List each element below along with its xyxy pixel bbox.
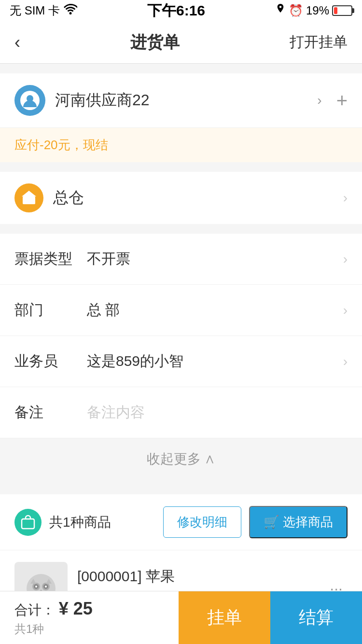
supplier-avatar: [14, 85, 45, 116]
bottom-bar: 合计： ¥ 25 共1种 挂单 结算: [0, 591, 362, 644]
payment-note: 应付-20元，现结: [0, 128, 362, 162]
select-product-icon: 🛒: [264, 515, 279, 530]
open-pending-button[interactable]: 打开挂单: [290, 32, 348, 52]
nav-bar: ‹ 进货单 打开挂单: [0, 21, 362, 64]
product-header: 共1种商品 修改明细 🛒 选择商品: [0, 494, 362, 550]
form-section: 票据类型 不开票 › 部门 总 部 › 业务员 这是859的小智 › 备注 备注…: [0, 234, 362, 438]
location-icon: [275, 4, 286, 17]
supplier-card: 河南供应商22 › + 应付-20元，现结: [0, 73, 362, 162]
section-gap-3: [0, 224, 362, 234]
svg-point-9: [35, 586, 37, 588]
supplier-chevron-icon: ›: [317, 93, 321, 108]
department-value: 总 部: [77, 300, 343, 320]
product-code: [0000001]: [77, 568, 146, 584]
department-label: 部门: [14, 300, 77, 320]
form-row-department[interactable]: 部门 总 部 ›: [0, 285, 362, 336]
product-icon: [14, 509, 42, 536]
total-amount: ¥ 25: [59, 599, 93, 618]
status-bar-left: 无 SIM 卡: [10, 3, 77, 18]
form-row-salesperson[interactable]: 业务员 这是859的小智 ›: [0, 336, 362, 387]
collapse-more[interactable]: 收起更多 ∧: [0, 438, 362, 480]
supplier-avatar-inner: [20, 91, 40, 110]
select-product-button[interactable]: 🛒 选择商品: [249, 506, 348, 538]
salesperson-chevron: ›: [343, 354, 348, 369]
battery-icon: [332, 5, 352, 16]
add-supplier-button[interactable]: +: [336, 90, 348, 112]
warehouse-row[interactable]: 总仓 ›: [0, 172, 362, 224]
checkout-button[interactable]: 结算: [270, 591, 362, 644]
invoice-type-label: 票据类型: [14, 249, 77, 269]
warehouse-card: 总仓 ›: [0, 172, 362, 224]
alarm-icon: ⏰: [289, 4, 303, 17]
salesperson-label: 业务员: [14, 351, 77, 371]
warehouse-icon: [14, 183, 43, 212]
form-row-remark[interactable]: 备注 备注内容: [0, 387, 362, 438]
page-title: 进货单: [130, 31, 180, 54]
status-bar: 无 SIM 卡 下午6:16 ⏰ 19%: [0, 0, 362, 21]
remark-label: 备注: [14, 403, 77, 422]
warehouse-chevron-icon: ›: [343, 190, 348, 206]
status-bar-right: ⏰ 19%: [275, 4, 352, 17]
product-title: 苹果: [146, 568, 175, 584]
total-label: 合计：: [14, 602, 55, 617]
total-section: 合计： ¥ 25 共1种: [0, 599, 179, 637]
svg-rect-1: [23, 196, 35, 204]
svg-rect-3: [22, 519, 34, 529]
total-row: 合计： ¥ 25: [14, 599, 164, 619]
warehouse-name: 总仓: [53, 187, 343, 209]
section-gap-2: [0, 162, 362, 172]
product-count: 共1种商品: [49, 513, 163, 532]
back-button[interactable]: ‹: [14, 32, 20, 53]
status-bar-time: 下午6:16: [147, 1, 205, 21]
hang-order-button[interactable]: 挂单: [179, 591, 270, 644]
remark-placeholder[interactable]: 备注内容: [77, 403, 348, 422]
supplier-name: 河南供应商22: [55, 90, 317, 111]
invoice-type-value: 不开票: [77, 249, 343, 269]
carrier-label: 无 SIM 卡: [10, 3, 60, 18]
section-gap-1: [0, 64, 362, 73]
department-chevron: ›: [343, 303, 348, 318]
form-row-invoice-type[interactable]: 票据类型 不开票 ›: [0, 234, 362, 285]
product-name: [0000001] 苹果: [77, 567, 325, 587]
battery-label: 19%: [306, 4, 329, 17]
section-gap-4: [0, 480, 362, 490]
select-product-label: 选择商品: [283, 514, 333, 531]
wifi-icon: [64, 4, 77, 17]
salesperson-value: 这是859的小智: [77, 351, 343, 371]
total-count: 共1种: [14, 621, 164, 637]
collapse-label: 收起更多 ∧: [147, 450, 216, 468]
supplier-row[interactable]: 河南供应商22 › +: [0, 73, 362, 128]
invoice-type-chevron: ›: [343, 252, 348, 267]
modify-detail-button[interactable]: 修改明细: [163, 506, 241, 538]
svg-point-10: [45, 586, 47, 588]
svg-marker-2: [22, 191, 36, 196]
